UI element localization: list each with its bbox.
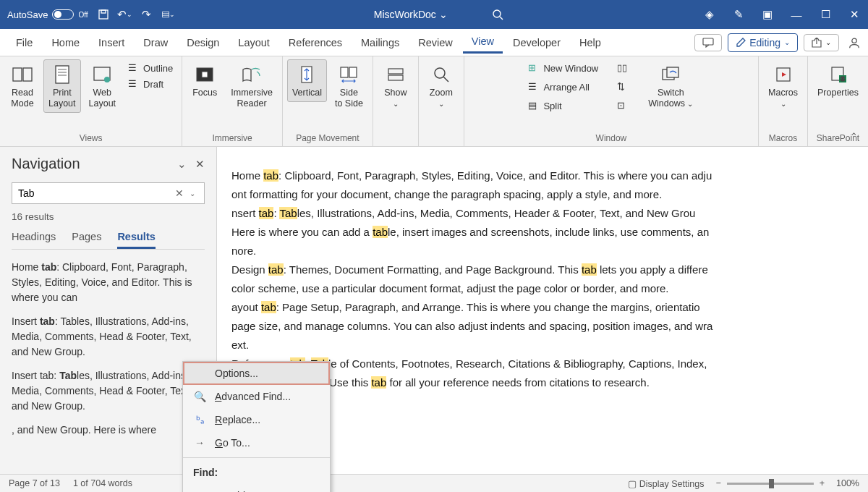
document-line: ext. — [231, 336, 868, 354]
vertical-icon — [295, 63, 318, 86]
zoom-slider[interactable] — [727, 483, 814, 485]
minimize-icon[interactable]: — — [790, 8, 803, 21]
comments-button[interactable] — [694, 34, 722, 51]
close-icon[interactable]: ✕ — [848, 8, 861, 21]
display-settings[interactable]: ▢ Display Settings — [628, 478, 704, 489]
vertical-button[interactable]: Vertical — [287, 59, 327, 102]
close-pane-icon[interactable]: ✕ — [195, 158, 205, 171]
menu-references[interactable]: References — [280, 33, 351, 53]
diamond-icon[interactable]: ◈ — [703, 8, 716, 21]
share-button[interactable]: ⌄ — [804, 34, 839, 51]
split-icon: ▤ — [528, 100, 540, 111]
status-words[interactable]: 1 of 704 words — [73, 478, 132, 488]
brush-icon[interactable]: ✎ — [732, 8, 745, 21]
search-box[interactable]: ✕ ⌄ — [12, 182, 205, 204]
view-side-button[interactable]: ▯▯ — [614, 61, 631, 75]
outline-button[interactable]: ☰Outline — [125, 61, 176, 75]
draft-icon: ☰ — [128, 78, 140, 90]
chevron-down-icon[interactable]: ⌄ — [177, 158, 187, 171]
tab-pages[interactable]: Pages — [72, 231, 101, 249]
zoom-level[interactable]: 100% — [836, 478, 859, 488]
reset-window-button[interactable]: ⊡ — [614, 98, 631, 113]
menu-file[interactable]: File — [7, 33, 41, 53]
ctx-options[interactable]: Options... — [183, 362, 330, 385]
maximize-icon[interactable]: ☐ — [819, 8, 832, 21]
ribbon: Read Mode Print Layout Web Layout ☰Outli… — [0, 56, 868, 147]
document-line: page size, and manage columns. You can a… — [231, 318, 868, 335]
menu-insert[interactable]: Insert — [90, 33, 133, 53]
zoom-control[interactable]: − + 100% — [715, 478, 859, 488]
menu-view[interactable]: View — [463, 31, 503, 54]
ctx-graphics[interactable]: ▣Graphics — [183, 484, 330, 492]
save-icon[interactable] — [97, 8, 110, 21]
tab-headings[interactable]: Headings — [12, 231, 56, 249]
sync-scroll-button[interactable]: ⇅ — [614, 80, 631, 94]
result-item[interactable]: Insert tab: Tables, Illustrations, Add-i… — [12, 314, 205, 360]
editing-button[interactable]: Editing ⌄ — [728, 33, 798, 52]
macros-button[interactable]: Macros⌄ — [763, 59, 803, 113]
focus-button[interactable]: Focus — [187, 59, 223, 102]
menu-design[interactable]: Design — [178, 33, 228, 53]
toggle-off-icon[interactable] — [52, 9, 74, 20]
collapse-ribbon-icon[interactable]: ⌃ — [850, 131, 858, 142]
quick-access-icon[interactable]: ⌄ — [162, 8, 175, 21]
tab-results[interactable]: Results — [117, 231, 155, 249]
ctx-advanced-find[interactable]: 🔍Advanced Find... — [183, 385, 330, 408]
navigation-title: Navigation — [12, 156, 80, 172]
result-item[interactable]: , and New Group. Here is where — [12, 423, 205, 438]
workspace: Navigation ⌄ ✕ ✕ ⌄ 16 results Headings P… — [0, 147, 868, 474]
outline-icon: ☰ — [128, 62, 140, 74]
ribbon-group-window: ⊞New Window ☰Arrange All ▤Split ▯▯ ⇅ ⊡ S… — [464, 56, 759, 146]
menu-mailings[interactable]: Mailings — [352, 33, 408, 53]
search-input[interactable] — [18, 187, 172, 199]
menu-help[interactable]: Help — [571, 33, 610, 53]
properties-button[interactable]: SProperties — [812, 59, 864, 102]
undo-icon[interactable]: ↶ ⌄ — [119, 8, 132, 21]
properties-icon: S — [827, 63, 850, 86]
ribbon-group-show: Show⌄ — [373, 56, 419, 146]
svg-point-24 — [435, 68, 445, 78]
autosave-toggle[interactable]: AutoSave Off — [7, 9, 88, 20]
reset-icon: ⊡ — [617, 100, 629, 111]
read-mode-button[interactable]: Read Mode — [4, 59, 41, 113]
svg-rect-20 — [341, 67, 348, 77]
print-layout-button[interactable]: Print Layout — [43, 59, 81, 113]
arrow-right-icon: → — [193, 437, 206, 449]
clear-search-icon[interactable]: ✕ — [172, 187, 187, 199]
magnifier-icon — [430, 63, 453, 86]
side-to-side-button[interactable]: Side to Side — [330, 59, 368, 113]
arrange-all-button[interactable]: ☰Arrange All — [525, 80, 601, 94]
immersive-reader-button[interactable]: Immersive Reader — [226, 59, 278, 113]
zoom-out-icon[interactable]: − — [715, 478, 720, 488]
show-button[interactable]: Show⌄ — [378, 59, 414, 113]
window-mode-icon[interactable]: ▣ — [761, 8, 774, 21]
draft-button[interactable]: ☰Draft — [125, 77, 176, 91]
result-item[interactable]: Home tab: Clipboard, Font, Paragraph, St… — [12, 260, 205, 305]
search-dropdown-icon[interactable]: ⌄ — [187, 190, 198, 198]
menu-review[interactable]: Review — [409, 33, 461, 53]
document-name[interactable]: MiscWorkDoc ⌄ — [374, 9, 448, 20]
menu-home[interactable]: Home — [43, 33, 88, 53]
menu-layout[interactable]: Layout — [229, 33, 278, 53]
svg-rect-22 — [388, 69, 403, 74]
result-item[interactable]: Insert tab: Tables, Illustrations, Add-i… — [12, 368, 205, 414]
zoom-in-icon[interactable]: + — [820, 478, 825, 488]
search-icon: 🔍 — [193, 391, 206, 402]
menu-developer[interactable]: Developer — [504, 33, 569, 53]
svg-rect-2 — [162, 12, 169, 17]
ribbon-group-zoom: Zoom⌄ — [419, 56, 464, 146]
web-icon — [90, 63, 114, 86]
new-window-button[interactable]: ⊞New Window — [525, 61, 601, 75]
document-line: color scheme, use a particular document … — [231, 280, 868, 297]
split-button[interactable]: ▤Split — [525, 98, 601, 113]
zoom-button[interactable]: Zoom⌄ — [423, 59, 459, 113]
menu-draw[interactable]: Draw — [135, 33, 176, 53]
status-page[interactable]: Page 7 of 13 — [9, 478, 60, 488]
switch-windows-button[interactable]: Switch Windows ⌄ — [643, 59, 698, 113]
web-layout-button[interactable]: Web Layout — [84, 59, 122, 113]
redo-icon[interactable]: ↷ — [140, 8, 153, 21]
ctx-goto[interactable]: →Go To... — [183, 431, 330, 454]
account-icon[interactable] — [848, 36, 861, 49]
search-icon[interactable] — [491, 8, 504, 21]
ctx-replace[interactable]: ᵇₐReplace... — [183, 408, 330, 431]
